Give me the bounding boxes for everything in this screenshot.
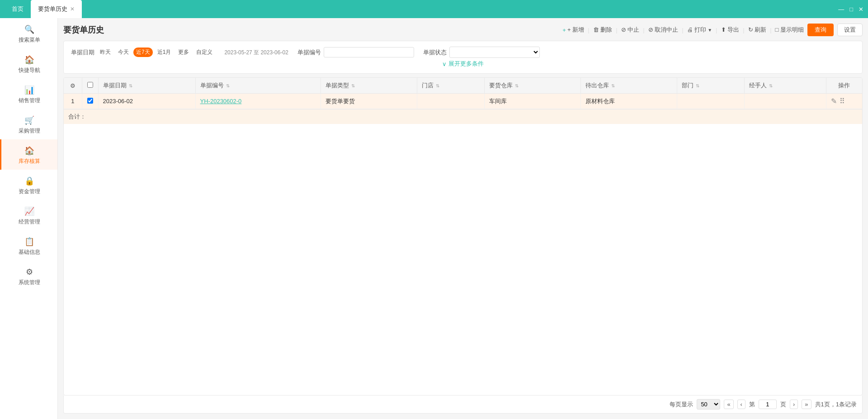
col-pending-warehouse[interactable]: 待出仓库 ⇅ bbox=[580, 78, 677, 94]
minimize-icon[interactable]: — bbox=[838, 6, 844, 13]
base-info-icon: 📋 bbox=[24, 237, 34, 247]
date-range-display: 2023-05-27 至 2023-06-02 bbox=[224, 48, 288, 57]
col-department-label: 部门 bbox=[682, 82, 693, 89]
col-req-warehouse-label: 要货仓库 bbox=[489, 82, 513, 89]
sidebar-item-base-info[interactable]: 📋 基础信息 bbox=[0, 230, 57, 261]
inventory-calc-icon: 🏠 bbox=[24, 146, 34, 156]
close-icon[interactable]: ✕ bbox=[859, 6, 863, 13]
row-department bbox=[677, 94, 744, 109]
new-label: + 新增 bbox=[567, 26, 584, 34]
sidebar-item-purchase-mgmt[interactable]: 🛒 采购管理 bbox=[0, 109, 57, 139]
tab-home[interactable]: 首页 bbox=[5, 0, 31, 18]
expand-more-label: 展开更多条件 bbox=[448, 60, 484, 68]
date-7days[interactable]: 近7天 bbox=[133, 48, 153, 57]
operations-mgmt-icon: 📈 bbox=[24, 206, 34, 216]
col-handler-sort-icon: ⇅ bbox=[769, 83, 773, 88]
last-page-button[interactable]: » bbox=[802, 400, 811, 409]
delete-button[interactable]: 🗑 删除 bbox=[593, 26, 613, 34]
tab-requisition-history[interactable]: 要货单历史 ✕ bbox=[31, 0, 82, 18]
sidebar-item-shortcut-nav[interactable]: 🏠 快捷导航 bbox=[0, 48, 57, 79]
table-footer: 合计： bbox=[64, 109, 862, 124]
divider3: | bbox=[643, 27, 644, 33]
page-number-input[interactable] bbox=[759, 400, 777, 409]
export-label: ⬆ 导出 bbox=[721, 26, 740, 34]
filter-row: 单据日期 昨天 今天 近7天 近1月 更多 自定义 2023-05-27 至 2… bbox=[71, 47, 855, 58]
cancel-stop-button[interactable]: ⊘ 取消中止 bbox=[648, 26, 679, 34]
row-checkbox[interactable] bbox=[87, 98, 93, 104]
col-type-sort-icon: ⇅ bbox=[351, 83, 355, 88]
print-dropdown-icon[interactable]: ▼ bbox=[708, 28, 712, 33]
maximize-icon[interactable]: □ bbox=[849, 6, 853, 13]
main-layout: 🔍 搜索菜单 🏠 快捷导航 📊 销售管理 🛒 采购管理 🏠 库存核算 🔒 资金管… bbox=[0, 18, 868, 419]
tab-home-label: 首页 bbox=[12, 5, 24, 13]
search-menu-icon: 🔍 bbox=[24, 24, 34, 34]
col-handler-label: 经手人 bbox=[749, 82, 767, 89]
date-yesterday[interactable]: 昨天 bbox=[97, 48, 113, 57]
date-1month[interactable]: 近1月 bbox=[155, 48, 174, 57]
sidebar-item-system-mgmt[interactable]: ⚙ 系统管理 bbox=[0, 261, 57, 291]
content-area: 要货单历史 + + 新增 | 🗑 删除 | ⊘ 中止 | ⊘ 取消中止 | bbox=[58, 18, 868, 419]
refresh-label: ↻ 刷新 bbox=[748, 26, 767, 34]
date-range-text: 2023-05-27 至 2023-06-02 bbox=[224, 49, 288, 57]
sidebar-item-finance-mgmt[interactable]: 🔒 资金管理 bbox=[0, 170, 57, 200]
top-bar: 首页 要货单历史 ✕ — □ ✕ bbox=[0, 0, 868, 18]
sidebar-item-sales-mgmt[interactable]: 📊 销售管理 bbox=[0, 79, 57, 109]
col-handler[interactable]: 经手人 ⇅ bbox=[744, 78, 826, 94]
new-button[interactable]: + + 新增 bbox=[562, 26, 584, 34]
sidebar-item-sales-mgmt-label: 销售管理 bbox=[19, 97, 40, 105]
col-pending-warehouse-label: 待出仓库 bbox=[585, 82, 609, 89]
expand-more-button[interactable]: ∨ 展开更多条件 bbox=[71, 58, 855, 68]
prev-page-button[interactable]: ‹ bbox=[737, 400, 745, 409]
col-order-no[interactable]: 单据编号 ⇅ bbox=[195, 78, 321, 94]
expand-more-icon: ∨ bbox=[442, 61, 447, 67]
date-today[interactable]: 今天 bbox=[115, 48, 132, 57]
export-button[interactable]: ⬆ 导出 bbox=[721, 26, 740, 34]
col-req-warehouse[interactable]: 要货仓库 ⇅ bbox=[484, 78, 580, 94]
select-all-checkbox[interactable] bbox=[87, 82, 93, 88]
tab-close-icon[interactable]: ✕ bbox=[70, 6, 75, 12]
delete-label: 🗑 删除 bbox=[593, 26, 613, 34]
finance-mgmt-icon: 🔒 bbox=[24, 176, 34, 186]
query-button[interactable]: 查询 bbox=[807, 24, 834, 36]
show-detail-button[interactable]: □ 显示明细 bbox=[775, 26, 804, 34]
date-custom[interactable]: 自定义 bbox=[193, 48, 215, 57]
stop-button[interactable]: ⊘ 中止 bbox=[621, 26, 640, 34]
refresh-button[interactable]: ↻ 刷新 bbox=[748, 26, 767, 34]
status-select[interactable] bbox=[449, 47, 540, 58]
row-actions-cell: ✎ ⠿ bbox=[826, 94, 862, 109]
page-title: 要货单历史 bbox=[63, 24, 562, 35]
status-filter: 单据状态 bbox=[423, 47, 540, 58]
sidebar-item-search-menu-label: 搜索菜单 bbox=[19, 36, 40, 44]
sidebar-item-search-menu[interactable]: 🔍 搜索菜单 bbox=[0, 18, 57, 48]
row-req-warehouse: 车间库 bbox=[484, 94, 580, 109]
date-more[interactable]: 更多 bbox=[175, 48, 192, 57]
row-actions: ✎ ⠿ bbox=[831, 97, 858, 105]
col-store[interactable]: 门店 ⇅ bbox=[417, 78, 484, 94]
col-department[interactable]: 部门 ⇅ bbox=[677, 78, 744, 94]
next-page-button[interactable]: › bbox=[790, 400, 798, 409]
settings-button[interactable]: 设置 bbox=[837, 24, 863, 36]
status-label: 单据状态 bbox=[423, 48, 447, 57]
sidebar-item-operations-mgmt[interactable]: 📈 经营管理 bbox=[0, 200, 57, 230]
col-pending-warehouse-sort-icon: ⇅ bbox=[611, 83, 615, 88]
col-date[interactable]: 单据日期 ⇅ bbox=[98, 78, 195, 94]
col-settings[interactable]: ⚙ bbox=[64, 78, 82, 94]
col-type[interactable]: 单据类型 ⇅ bbox=[321, 78, 417, 94]
row-edit-icon[interactable]: ✎ bbox=[831, 97, 837, 105]
shortcut-nav-icon: 🏠 bbox=[24, 55, 34, 65]
sidebar-item-shortcut-nav-label: 快捷导航 bbox=[19, 67, 40, 74]
row-more-icon[interactable]: ⠿ bbox=[840, 97, 845, 105]
order-no-input[interactable] bbox=[324, 47, 414, 57]
col-order-no-sort-icon: ⇅ bbox=[226, 83, 230, 88]
col-order-no-label: 单据编号 bbox=[200, 82, 224, 89]
row-order-no-link[interactable]: YH-20230602-0 bbox=[200, 98, 242, 105]
col-department-sort-icon: ⇅ bbox=[696, 83, 699, 88]
sidebar-item-purchase-mgmt-label: 采购管理 bbox=[19, 127, 40, 135]
col-store-sort-icon: ⇅ bbox=[436, 83, 439, 88]
date-options: 昨天 今天 近7天 近1月 更多 自定义 bbox=[97, 48, 215, 57]
sidebar-item-inventory-calc[interactable]: 🏠 库存核算 bbox=[0, 139, 57, 170]
print-button[interactable]: 🖨 打印 ▼ bbox=[687, 26, 712, 34]
page-size-select[interactable]: 10 20 50 100 bbox=[697, 399, 720, 409]
first-page-button[interactable]: « bbox=[724, 400, 733, 409]
divider5: | bbox=[716, 27, 717, 33]
